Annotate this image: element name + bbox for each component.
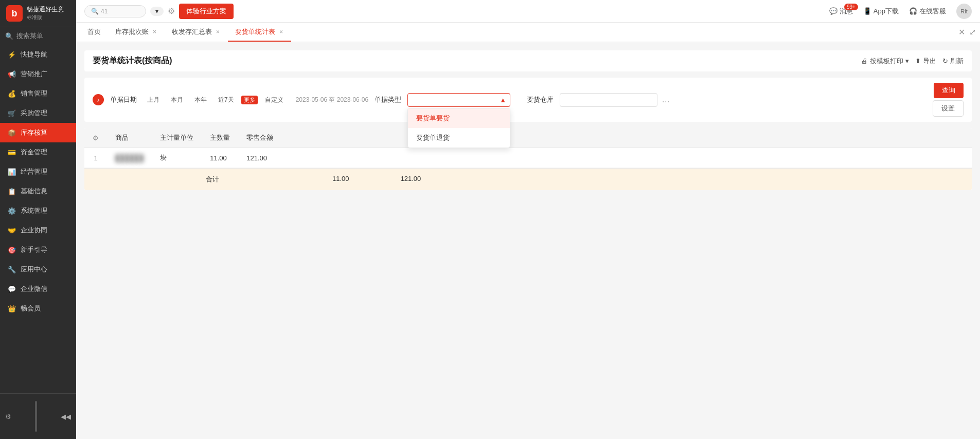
tab-expand-icon[interactable]: ⤢ [969,27,976,37]
sidebar-nav: ⚡快捷导航📢营销推广💰销售管理🛒采购管理📦库存核算💳资金管理📊经营管理📋基础信息… [0,45,76,393]
warehouse-more-btn[interactable]: … [662,95,670,104]
sidebar-label-jingying: 经营管理 [21,167,47,176]
sidebar-item-xiaoshou[interactable]: 💰销售管理 [0,84,76,103]
app-download-btn[interactable]: 📱 App下载 [863,7,899,16]
sidebar-label-yingyong: 应用中心 [21,265,47,274]
type-filter-arrow[interactable]: ▲ [500,96,506,104]
filter-buttons: 查询 设置 [933,83,964,117]
avatar[interactable]: Rit [956,4,972,19]
sidebar-label-huiyuan: 畅会员 [21,304,41,313]
sidebar-label-caigou: 采购管理 [21,108,47,118]
date-range-display: 2023-05-06 至 2023-06-06 [296,96,368,104]
topbar-search[interactable]: 🔍 41 [84,5,146,17]
service-icon: 🎧 [909,7,917,15]
tab-yaohuo-tongji[interactable]: 要货单统计表× [228,23,291,42]
export-label: 导出 [923,57,936,66]
print-label: 按模板打印 [870,57,903,66]
table-cell-qty: 11.00 [202,148,238,168]
sidebar-item-yingyong[interactable]: 🔧应用中心 [0,260,76,279]
sidebar-icon-yingyong: 🔧 [7,265,16,274]
query-btn[interactable]: 查询 [934,83,964,98]
date-last-month[interactable]: 上月 [143,94,164,106]
message-icon: 💬 [829,7,838,15]
sidebar-item-jingying[interactable]: 📊经营管理 [0,162,76,181]
sidebar-icon-kuaijie: ⚡ [7,50,16,59]
online-service-btn[interactable]: 🎧 在线客服 [909,7,946,16]
download-icon: 📱 [863,7,871,15]
refresh-btn[interactable]: ↻ 刷新 [942,57,964,66]
type-filter-input[interactable] [407,93,510,107]
topbar-gear-icon[interactable]: ⚙ [168,6,175,16]
sidebar-icon-caigou: 🛒 [7,108,16,118]
table-header-row: ⚙ 商品 主计量单位 主数量 零售金额 [84,128,972,148]
sidebar-item-weixin[interactable]: 💬企业微信 [0,279,76,299]
dropdown-item-0[interactable]: 要货单要货 [408,108,510,128]
print-btn[interactable]: 🖨 按模板打印 ▾ [861,57,909,66]
table-col-product: 商品 [107,128,152,148]
date-more-badge[interactable]: 更多 [241,96,258,104]
table-cell-product: ██████ [107,148,152,168]
date-last-7days[interactable]: 近7天 [214,94,238,106]
topbar-right: 💬 消息 99+ 📱 App下载 🎧 在线客服 Rit [829,4,972,19]
footer-values: 11.00 121.00 [219,175,421,184]
sidebar-item-yingxiao[interactable]: 📢营销推广 [0,64,76,84]
filter-expand-btn[interactable]: › [93,94,104,105]
app-name-block: 畅捷通好生意 标准版 [27,6,64,21]
tab-close-yaohuo-tongji[interactable]: × [278,27,284,36]
table-cell-extra [281,148,972,168]
industry-btn[interactable]: 体验行业方案 [179,4,234,19]
sidebar: b 畅捷通好生意 标准版 🔍 搜索菜单 ⚡快捷导航📢营销推广💰销售管理🛒采购管理… [0,0,76,439]
sidebar-item-huiyuan[interactable]: 👑畅会员 [0,299,76,318]
sidebar-label-zijin: 资金管理 [21,148,47,157]
date-filter-group: 上月 本月 本年 近7天 更多 自定义 [143,94,288,106]
footer-qty: 11.00 [332,175,349,184]
collapse-icon[interactable]: ◀◀ [61,413,71,420]
sidebar-item-qiye[interactable]: 🤝企业协同 [0,221,76,240]
date-this-year[interactable]: 本年 [190,94,211,106]
print-dropdown-icon: ▾ [905,57,909,65]
tab-home[interactable]: 首页 [80,23,108,42]
tab-shoufa-huizong[interactable]: 收发存汇总表× [165,23,228,42]
sidebar-icon-huiyuan: 👑 [7,304,16,313]
page-title: 要货单统计表(按商品) [93,56,172,66]
table-col-qty: 主数量 [202,128,238,148]
set-btn[interactable]: 设置 [933,100,964,117]
sidebar-item-kuaijie[interactable]: ⚡快捷导航 [0,45,76,64]
table-row: 1 ██████ 块 11.00 121.00 [84,148,972,168]
filter-bar: › 单据日期 上月 本月 本年 近7天 更多 自定义 2023-05-06 至 … [84,78,972,122]
tab-close-shoufa-huizong[interactable]: × [215,27,221,36]
sidebar-item-xitong[interactable]: ⚙️系统管理 [0,201,76,221]
sidebar-icon-qiye: 🤝 [7,226,16,235]
sidebar-search[interactable]: 🔍 搜索菜单 [0,27,76,45]
tabbar: 首页库存批次账×收发存汇总表×要货单统计表× ✕ ⤢ [76,23,980,42]
app-download-label: App下载 [874,7,899,16]
sidebar-item-kucun[interactable]: 📦库存核算 [0,123,76,142]
search-small-icon: 🔍 [91,8,99,15]
tab-label-home: 首页 [87,27,101,36]
dropdown-item-1[interactable]: 要货单退货 [408,128,510,148]
date-this-month[interactable]: 本月 [167,94,187,106]
warehouse-filter-group: … [560,93,670,107]
settings-icon[interactable]: ⚙ [5,413,11,420]
date-custom-btn[interactable]: 自定义 [261,94,288,106]
sidebar-item-xinshou[interactable]: 🎯新手引导 [0,240,76,260]
tab-close-kucun-pici[interactable]: × [152,27,157,36]
tab-close-all-icon[interactable]: ✕ [958,27,965,37]
warehouse-filter-input[interactable] [560,93,657,107]
sidebar-label-kucun: 库存核算 [21,128,47,137]
sidebar-search-label: 搜索菜单 [16,31,43,41]
tab-kucun-pici[interactable]: 库存批次账× [108,23,165,42]
topbar-search-val: 41 [101,8,108,15]
table-settings-header[interactable]: ⚙ [84,128,107,148]
export-btn[interactable]: ⬆ 导出 [915,57,936,66]
app-logo-icon: b [6,5,23,22]
sidebar-item-jichu[interactable]: 📋基础信息 [0,181,76,201]
table-cell-index: 1 [84,148,107,168]
sidebar-icon-zijin: 💳 [7,148,16,157]
sidebar-item-caigou[interactable]: 🛒采购管理 [0,103,76,123]
sidebar-item-zijin[interactable]: 💳资金管理 [0,142,76,162]
messages-btn[interactable]: 💬 消息 99+ [829,7,853,16]
search-icon: 🔍 [5,32,13,40]
sidebar-icon-kucun: 📦 [7,128,16,137]
tab-label-shoufa-huizong: 收发存汇总表 [172,27,212,36]
